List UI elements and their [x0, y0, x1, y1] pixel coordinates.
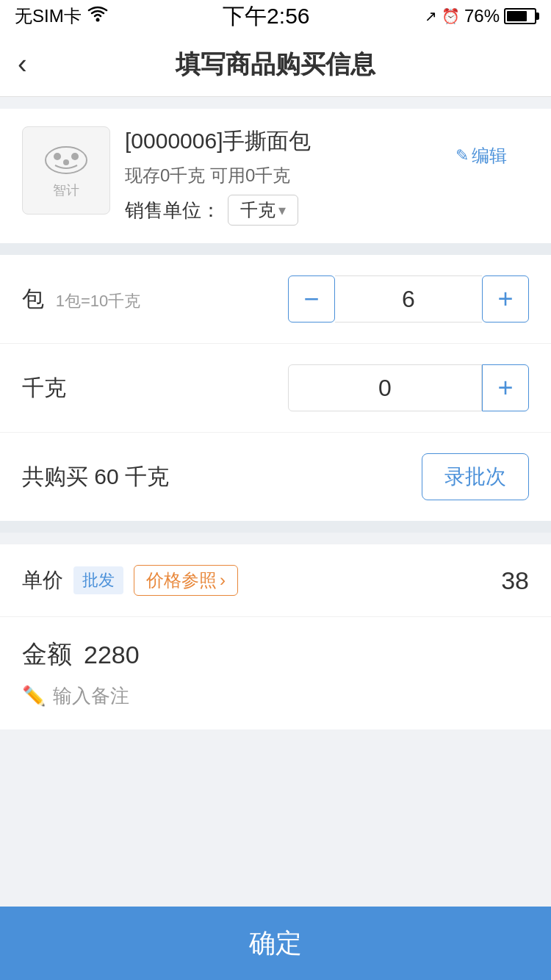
battery-icon — [504, 8, 536, 24]
confirm-button[interactable]: 确定 — [0, 907, 551, 980]
record-batch-button[interactable]: 录批次 — [422, 453, 529, 500]
bao-sublabel: 1包=10千克 — [56, 292, 141, 310]
price-label: 单价 — [22, 566, 63, 594]
unit-label: 销售单位： — [125, 198, 220, 223]
amount-section: 金额 2280 ✏️ 输入备注 — [0, 616, 551, 729]
carrier-text: 无SIM卡 — [15, 4, 82, 28]
kg-label: 千克 — [22, 373, 66, 403]
pencil-icon: ✏️ — [22, 685, 46, 707]
edit-icon: ✎ — [455, 146, 469, 165]
kg-plus-button[interactable]: + — [482, 364, 529, 411]
status-time: 下午2:56 — [223, 1, 309, 32]
product-image: 智计 — [22, 126, 110, 215]
amount-row: 金额 2280 — [22, 638, 529, 671]
price-value: 38 — [501, 566, 529, 595]
bao-qty-input[interactable] — [335, 275, 482, 323]
bao-minus-button[interactable]: − — [288, 275, 335, 323]
kg-qty-input[interactable] — [288, 364, 482, 411]
amount-value: 2280 — [84, 641, 140, 669]
amount-label: 金额 — [22, 638, 72, 671]
price-ref-button[interactable]: 价格参照 › — [134, 565, 238, 596]
unit-dropdown-icon: ▾ — [278, 201, 286, 219]
svg-point-3 — [71, 153, 79, 160]
bao-qty-control: − + — [288, 275, 529, 323]
page-title: 填写商品购买信息 — [176, 48, 375, 82]
status-left: 无SIM卡 — [15, 4, 108, 28]
back-button[interactable]: ‹ — [18, 48, 27, 80]
bao-section: 包 1包=10千克 − + 千克 + — [0, 255, 551, 433]
svg-point-0 — [96, 18, 99, 22]
kg-qty-control: + — [288, 364, 529, 411]
price-section: 单价 批发 价格参照 › 38 — [0, 544, 551, 616]
separator-1 — [0, 243, 551, 255]
wifi-icon — [87, 6, 108, 26]
alarm-icon: ⏰ — [442, 7, 460, 25]
svg-point-2 — [54, 153, 61, 160]
remark-row[interactable]: ✏️ 输入备注 — [22, 683, 529, 709]
bao-label: 包 — [22, 287, 44, 311]
bao-row: 包 1包=10千克 − + — [0, 255, 551, 344]
svg-point-4 — [63, 159, 69, 165]
location-icon: ↗ — [425, 7, 437, 25]
nav-bar: ‹ 填写商品购买信息 — [0, 32, 551, 97]
product-unit-row: 销售单位： 千克 ▾ — [125, 195, 529, 226]
total-row: 共购买 60 千克 录批次 — [0, 433, 551, 521]
edit-button[interactable]: ✎ 编辑 — [455, 144, 507, 167]
total-label: 共购买 60 千克 — [22, 462, 169, 492]
unit-select[interactable]: 千克 ▾ — [228, 195, 298, 226]
product-card: 智计 [0000006]手撕面包 现存0千克 可用0千克 销售单位： 千克 ▾ … — [0, 109, 551, 243]
product-image-label: 智计 — [53, 181, 79, 199]
battery-percent: 76% — [464, 6, 500, 26]
bao-plus-button[interactable]: + — [482, 275, 529, 323]
empty-area — [0, 729, 551, 935]
product-info: [0000006]手撕面包 现存0千克 可用0千克 销售单位： 千克 ▾ ✎ 编… — [125, 126, 529, 226]
bao-label-group: 包 1包=10千克 — [22, 284, 140, 314]
price-tag-badge: 批发 — [73, 566, 123, 594]
status-bar: 无SIM卡 下午2:56 ↗ ⏰ 76% — [0, 0, 551, 32]
price-ref-arrow: › — [220, 570, 226, 591]
status-right: ↗ ⏰ 76% — [425, 6, 536, 26]
separator-2 — [0, 521, 551, 533]
kg-row: 千克 + — [0, 344, 551, 433]
remark-label: 输入备注 — [53, 683, 129, 709]
